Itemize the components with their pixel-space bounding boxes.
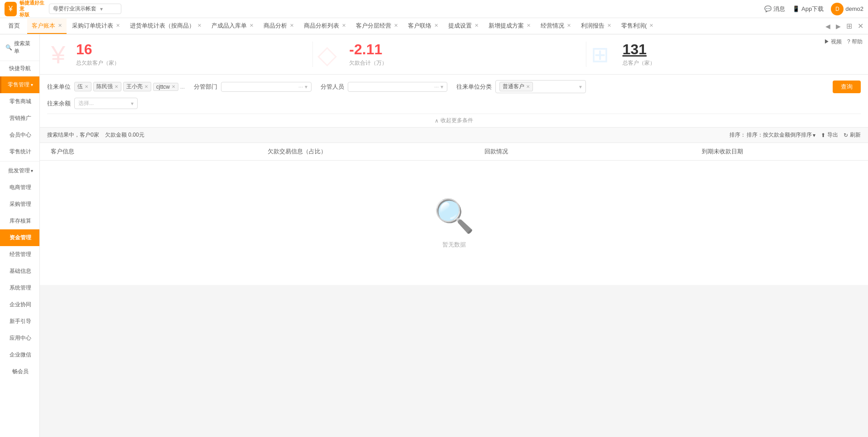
nav-expand-icon[interactable]: ⊞ (844, 20, 855, 32)
sort-select[interactable]: 排序： 排序：按欠款金额倒序排序 ▾ (729, 131, 815, 139)
sidebar-item-retail-stats[interactable]: 零售统计 (0, 143, 39, 160)
tab-commission-setting[interactable]: 提成设置 ✕ (444, 19, 483, 34)
close-tab-icon[interactable]: ✕ (342, 23, 346, 28)
chevron-down-icon: ▾ (131, 100, 134, 107)
sidebar-item-wholesale[interactable]: 批发管理 ▾ (0, 162, 39, 179)
close-tab-icon[interactable]: ✕ (290, 23, 294, 28)
search-summary: 搜索结果中，客户0家 欠款金额 0.00元 (47, 131, 144, 139)
nav-prev-icon[interactable]: ◀ (823, 21, 833, 32)
sidebar-item-guide[interactable]: 新手引导 (0, 313, 39, 330)
total-customers-value: 131 (623, 42, 655, 57)
tab-goods-analysis-list[interactable]: 商品分析列表 ✕ (299, 19, 350, 34)
tab-customer-contact[interactable]: 客户联络 ✕ (403, 19, 443, 34)
sidebar-item-marketing[interactable]: 营销推广 (0, 110, 39, 127)
tab-customer-layer[interactable]: 客户分层经营 ✕ (351, 19, 403, 34)
sidebar-item-wechat[interactable]: 企业微信 (0, 347, 39, 363)
filter-tag-normal-customer[interactable]: 普通客户 ✕ (499, 82, 533, 91)
query-button[interactable]: 查询 (833, 81, 861, 93)
close-tab-icon[interactable]: ✕ (567, 23, 571, 28)
close-tab-icon[interactable]: ✕ (527, 23, 531, 28)
collapse-button[interactable]: ∧ 收起更多条件 (47, 114, 861, 127)
tab-purchase-order[interactable]: 采购订单统计表 ✕ (67, 19, 125, 34)
filter-bar: 往来单位 伍 ✕ 陈民强 ✕ 王小亮 ✕ cjttcw (40, 75, 868, 128)
filter-tag-wu[interactable]: 伍 ✕ (74, 82, 91, 91)
sidebar-item-finance[interactable]: 资金管理 (0, 229, 39, 246)
person-select[interactable]: ··· ▾ (348, 82, 447, 92)
close-tab-icon[interactable]: ✕ (197, 23, 201, 28)
refresh-icon: ↻ (844, 132, 848, 138)
tab-operation[interactable]: 经营情况 ✕ (536, 19, 575, 34)
sidebar-item-app-center[interactable]: 应用中心 (0, 330, 39, 347)
close-tab-icon[interactable]: ✕ (116, 23, 120, 28)
classify-select[interactable]: 普通客户 ✕ ▾ (495, 80, 586, 93)
sidebar-item-basic[interactable]: 基础信息 (0, 263, 39, 280)
demo-selector[interactable]: 母婴行业演示帐套 ▾ (49, 4, 121, 14)
empty-text: 暂无数据 (442, 241, 466, 249)
debt-customers-label: 总欠款客户（家） (76, 59, 120, 67)
phone-icon: 📱 (792, 5, 800, 12)
tag-close-icon[interactable]: ✕ (172, 84, 175, 89)
avatar: D (831, 3, 844, 15)
more-icon[interactable]: ··· (434, 84, 439, 90)
export-button[interactable]: ⬆ 导出 (821, 131, 838, 139)
nav-next-icon[interactable]: ▶ (833, 21, 844, 32)
table-header: 客户信息 欠款交易信息（占比） 回款情况 到期未收款日期 (40, 143, 868, 161)
refresh-button[interactable]: ↻ 刷新 (844, 131, 861, 139)
chevron-down-icon: ▾ (441, 84, 443, 90)
filter-tag-cjttcw[interactable]: cjttcw ✕ (153, 83, 178, 91)
nav-close-icon[interactable]: ✕ (855, 20, 866, 32)
close-tab-icon[interactable]: ✕ (475, 23, 479, 28)
balance-select[interactable]: 选择... ▾ (74, 98, 138, 109)
close-tab-icon[interactable]: ✕ (649, 23, 653, 28)
logo-text: 畅捷通好生意 标版 (19, 0, 44, 18)
tab-add-commission[interactable]: 新增提成方案 ✕ (484, 19, 535, 34)
search-menu-button[interactable]: 🔍 搜索菜单 (4, 38, 36, 57)
sidebar-item-system[interactable]: 系统管理 (0, 280, 39, 296)
filter-tag-wang[interactable]: 王小亮 ✕ (123, 82, 151, 91)
close-tab-icon[interactable]: ✕ (607, 23, 611, 28)
sidebar-item-member[interactable]: 会员中心 (0, 127, 39, 143)
tag-close-icon[interactable]: ✕ (144, 84, 148, 89)
stat-debt-total: ◇ -2.11 欠款合计（万） (313, 42, 586, 67)
user-menu[interactable]: D demo2 (831, 3, 863, 15)
tab-retail-profit[interactable]: 零售利润( ✕ (617, 19, 658, 34)
debt-total-value: -2.11 (349, 42, 387, 57)
filter-tag-chen[interactable]: 陈民强 ✕ (93, 82, 121, 91)
tag-close-icon[interactable]: ✕ (526, 84, 530, 89)
tab-profit-report[interactable]: 利润报告 ✕ (576, 19, 616, 34)
close-tab-icon[interactable]: ✕ (394, 23, 398, 28)
sidebar-divider (0, 161, 39, 162)
close-tab-icon[interactable]: ✕ (249, 23, 254, 28)
message-button[interactable]: 💬 消息 (764, 5, 785, 13)
search-result-bar: 搜索结果中，客户0家 欠款金额 0.00元 排序： 排序：按欠款金额倒序排序 ▾… (40, 128, 868, 143)
col-debt-info: 欠款交易信息（占比） (264, 147, 481, 156)
export-icon: ⬆ (821, 132, 825, 138)
sidebar-item-retail[interactable]: 零售管理 ▾ (0, 76, 39, 93)
sidebar-item-ecommerce[interactable]: 电商管理 (0, 179, 39, 196)
sidebar-item-operation[interactable]: 经营管理 (0, 246, 39, 263)
filter-tags: 伍 ✕ 陈民强 ✕ 王小亮 ✕ cjttcw ✕ ... (74, 82, 185, 91)
tab-home[interactable]: 首页 (2, 19, 26, 34)
dept-filter-label: 分管部门 (194, 83, 217, 91)
tab-product-instock[interactable]: 产成品入库单 ✕ (207, 19, 258, 34)
sidebar-item-purchase[interactable]: 采购管理 (0, 196, 39, 213)
tab-goods-analysis[interactable]: 商品分析 ✕ (259, 19, 298, 34)
dept-select[interactable]: ··· ▾ (221, 82, 312, 92)
sidebar-item-quick-nav[interactable]: 快捷导航 (0, 61, 39, 76)
stats-bar: ▶ 视频 ? 帮助 ¥ 16 总欠款客户（家） (40, 34, 868, 75)
sidebar-item-retail-mall[interactable]: 零售商城 (0, 93, 39, 110)
close-tab-icon[interactable]: ✕ (58, 23, 62, 28)
app-download-button[interactable]: 📱 App下载 (792, 5, 824, 13)
chevron-down-icon: ▾ (100, 6, 103, 12)
tag-close-icon[interactable]: ✕ (85, 84, 88, 89)
filter-more-button[interactable]: ... (180, 84, 185, 90)
sidebar-item-chang-member[interactable]: 畅会员 (0, 363, 39, 380)
more-icon[interactable]: ··· (298, 84, 303, 90)
sidebar-item-enterprise[interactable]: 企业协同 (0, 296, 39, 313)
tab-customer-account[interactable]: 客户账本 ✕ (27, 19, 67, 34)
sidebar-item-inventory[interactable]: 库存核算 (0, 213, 39, 229)
tab-purchase-goods[interactable]: 进货单统计表（按商品） ✕ (125, 19, 206, 34)
tag-close-icon[interactable]: ✕ (115, 84, 118, 89)
close-tab-icon[interactable]: ✕ (434, 23, 438, 28)
message-icon: 💬 (764, 5, 772, 12)
